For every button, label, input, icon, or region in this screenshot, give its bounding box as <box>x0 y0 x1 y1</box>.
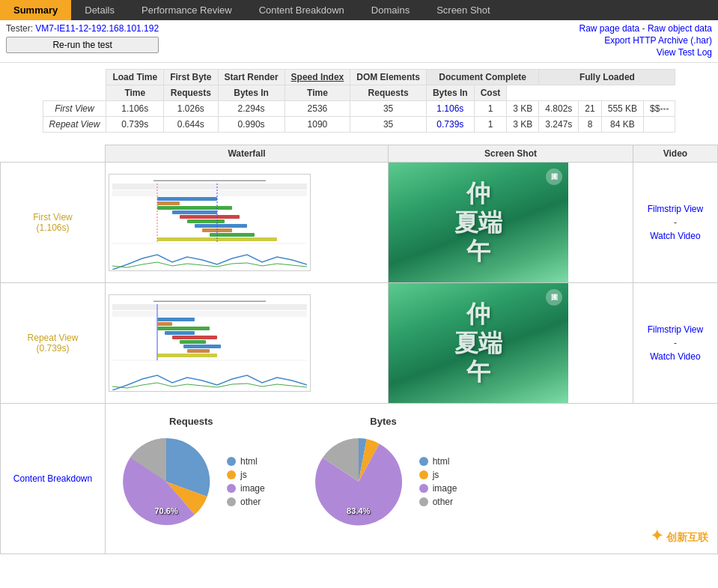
svg-rect-20 <box>165 331 195 335</box>
header-left: Tester: VM7-IE11-12-192.168.101.192 Re-r… <box>6 23 159 59</box>
repeat-view-filmstrip-link[interactable]: Filmstrip View <box>648 324 703 335</box>
doc-time-1: 0.739s <box>426 117 474 133</box>
views-table: Waterfall Screen Shot Video First View (… <box>0 145 718 404</box>
svg-rect-16 <box>112 311 307 317</box>
bytes-other-dot <box>419 497 428 506</box>
rerun-button[interactable]: Re-run the test <box>6 37 159 53</box>
fl-time-1: 3.247s <box>539 117 579 133</box>
col-load-time: Load Time <box>106 70 164 85</box>
bytes-legend-image: image <box>419 483 457 494</box>
svg-rect-8 <box>195 224 247 228</box>
svg-rect-22 <box>180 340 206 344</box>
nav-item-screen-shot[interactable]: Screen Shot <box>423 0 504 20</box>
svg-rect-6 <box>180 215 240 219</box>
nav-item-content-breakdown[interactable]: Content Breakdown <box>246 0 358 20</box>
first-view-video: Filmstrip View - Watch Video <box>633 163 717 283</box>
doc-time-header: Time <box>106 85 164 101</box>
metrics-row-0: First View 1.106s 1.026s 2.294s 2536 35 … <box>43 101 675 117</box>
tester-label: Tester: <box>6 23 33 34</box>
fl-time-header: Time <box>285 85 350 101</box>
bytes-percentage: 83.4% <box>347 506 370 515</box>
svg-rect-18 <box>157 322 172 326</box>
repeat-view-label: Repeat View (0.739s) <box>1 283 106 404</box>
footer-logo-area: ✦ 创新互联 <box>642 404 717 554</box>
bytes-html-dot <box>419 457 428 466</box>
bytes-legend-js: js <box>419 470 457 480</box>
bytes-legend: html js image other <box>419 456 457 507</box>
fully-loaded-header: Fully Loaded <box>539 70 675 85</box>
doc-requests-0: 1 <box>474 101 507 117</box>
fl-requests-header: Requests <box>350 85 427 101</box>
svg-rect-2 <box>157 197 217 201</box>
svg-rect-21 <box>172 336 217 339</box>
svg-rect-4 <box>157 206 232 210</box>
raw-page-link[interactable]: Raw page data <box>579 23 640 34</box>
fl-time-0: 4.802s <box>539 101 579 117</box>
fl-requests-1: 8 <box>579 117 601 133</box>
requests-legend-other: other <box>227 497 265 507</box>
first-view-watch-link[interactable]: Watch Video <box>650 231 700 241</box>
other-label: other <box>240 497 261 507</box>
bytes-chart: Bytes 83.4% <box>310 416 457 542</box>
content-breakdown-link[interactable]: Content Breakdown <box>13 473 92 484</box>
repeat-view-waterfall[interactable]: ▬▬▬▬▬▬▬▬▬▬▬▬▬▬▬▬▬▬▬▬▬▬▬▬▬▬▬▬▬▬ <box>106 283 389 404</box>
bytes-pie-svg <box>310 433 407 530</box>
requests-legend-js: js <box>227 470 265 480</box>
requests-title: Requests <box>169 416 213 427</box>
nav-item-details[interactable]: Details <box>71 0 128 20</box>
col-dom-elements: DOM Elements <box>350 70 427 85</box>
bytes-js-dot <box>419 470 428 479</box>
bytes-image-dot <box>419 484 428 493</box>
nav-item-performance-review[interactable]: Performance Review <box>128 0 246 20</box>
image-dot <box>227 484 236 493</box>
requests-pie-svg <box>118 433 215 530</box>
nav-item-summary[interactable]: Summary <box>0 0 71 20</box>
svg-rect-0 <box>112 184 307 190</box>
requests-chart-area: 70.6% html js image <box>118 433 265 530</box>
tester-link[interactable]: VM7-IE11-12-192.168.101.192 <box>35 23 159 34</box>
repeat-view-video: Filmstrip View - Watch Video <box>633 283 717 404</box>
requests-percentage: 70.6% <box>154 506 177 515</box>
first-view-label: First View (1.106s) <box>1 163 106 283</box>
content-breakdown-section: Content Breakdown Requests 70.6% <box>0 404 718 554</box>
doc-bytes-0: 3 KB <box>507 101 539 117</box>
dom-elements-0: 35 <box>350 101 427 117</box>
fl-cost-header: Cost <box>474 85 507 101</box>
svg-rect-17 <box>157 318 195 321</box>
bytes-pie: 83.4% <box>310 433 407 530</box>
repeat-view-watch-link[interactable]: Watch Video <box>650 351 700 362</box>
bytes-legend-html: html <box>419 456 457 467</box>
first-view-waterfall[interactable]: ▬▬▬▬▬▬▬▬▬▬▬▬▬▬▬▬▬▬▬▬▬▬▬▬▬▬▬▬▬▬ <box>106 163 389 283</box>
waterfall-header: Waterfall <box>106 145 389 163</box>
bytes-image-label: image <box>433 483 457 494</box>
view-test-link[interactable]: View Test Log <box>657 47 712 58</box>
load-time-1: 0.739s <box>106 117 164 133</box>
row-label-0: First View <box>43 101 106 117</box>
bytes-legend-other: other <box>419 497 457 507</box>
fl-bytes-0: 555 KB <box>601 101 643 117</box>
requests-legend: html js image other <box>227 456 265 507</box>
svg-rect-25 <box>157 354 217 357</box>
video-header: Video <box>633 145 717 163</box>
html-dot <box>227 457 236 466</box>
metrics-row-1: Repeat View 0.739s 0.644s 0.990s 1090 35… <box>43 117 675 133</box>
export-http-link[interactable]: Export HTTP Archive (.har) <box>604 35 712 46</box>
first-view-filmstrip-link[interactable]: Filmstrip View <box>648 204 703 214</box>
requests-chart: Requests 70.6% html <box>118 416 265 542</box>
dom-elements-1: 35 <box>350 117 427 133</box>
header: Tester: VM7-IE11-12-192.168.101.192 Re-r… <box>0 20 718 63</box>
doc-bytes-header: Bytes In <box>218 85 285 101</box>
header-right: Raw page data - Raw object data Export H… <box>579 23 712 59</box>
row-label-1: Repeat View <box>43 117 106 133</box>
bytes-chart-area: 83.4% html js image <box>310 433 457 530</box>
svg-rect-7 <box>187 219 225 223</box>
repeat-view-row: Repeat View (0.739s) ▬▬▬▬▬▬▬▬▬▬▬▬▬▬▬▬▬▬▬… <box>1 283 718 404</box>
raw-object-link[interactable]: Raw object data <box>648 23 712 34</box>
col-start-render: Start Render <box>218 70 285 85</box>
metrics-table: Load Time First Byte Start Render Speed … <box>43 69 676 133</box>
requests-legend-html: html <box>227 456 265 467</box>
nav-item-domains[interactable]: Domains <box>358 0 423 20</box>
start-render-0: 2.294s <box>218 101 285 117</box>
cb-label-cell: Content Breakdown <box>1 404 106 554</box>
start-render-1: 0.990s <box>218 117 285 133</box>
